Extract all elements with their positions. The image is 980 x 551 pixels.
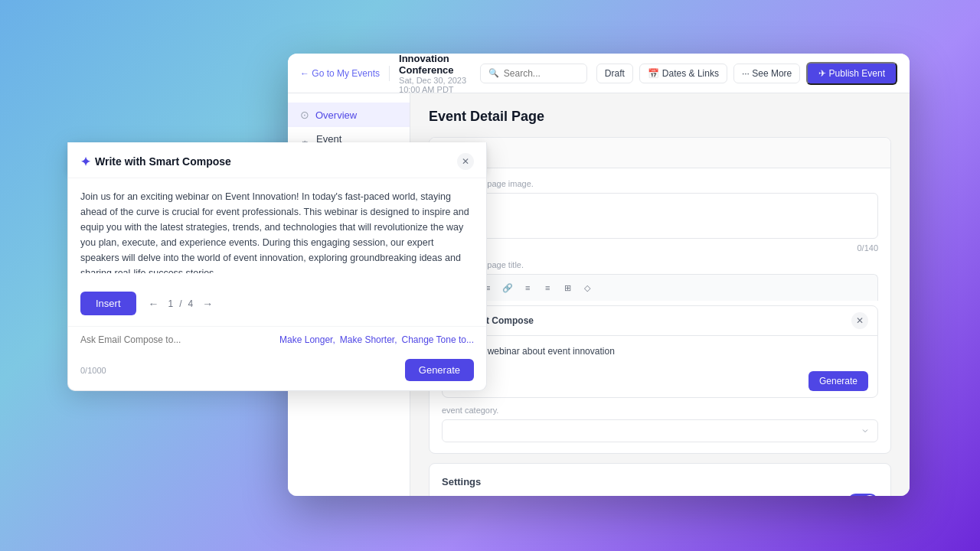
event-title: Innovation Conference (399, 54, 471, 76)
see-more-button[interactable]: ··· See More (733, 64, 800, 83)
draft-button[interactable]: Draft (596, 64, 633, 83)
smart-compose-title-text: Write with Smart Compose (95, 155, 231, 168)
title-field-label: event detail page title. (442, 260, 878, 269)
calendar-icon: 📅 (648, 68, 659, 79)
mini-more-btn[interactable]: ◇ (579, 279, 596, 296)
settings-title: Settings (442, 476, 878, 487)
header-actions: Draft 📅 Dates & Links ··· See More ✈ Pub… (596, 62, 897, 85)
category-select[interactable] (442, 419, 878, 442)
search-input[interactable] (504, 68, 580, 79)
nav-current: 1 (168, 298, 174, 309)
smart-compose-close-button[interactable]: ✕ (457, 153, 474, 170)
mini-smart-header: ✦ Smart Compose ✕ (443, 306, 877, 336)
smart-compose-actions: Insert ← 1 / 4 → (68, 284, 486, 326)
image-textarea[interactable] (442, 193, 878, 239)
smart-compose-body: Join us for an exciting webinar on Event… (68, 178, 486, 284)
mini-ol-btn[interactable]: ≡ (539, 279, 556, 296)
suggestion-longer[interactable]: Make Longer, (279, 334, 335, 345)
nav-separator: / (179, 298, 181, 309)
page-title: Event Detail Page (429, 109, 891, 125)
sidebar-label-overview: Overview (315, 109, 357, 121)
sidebar-item-overview[interactable]: ⊙ Overview (288, 103, 410, 127)
header-divider (389, 66, 390, 81)
compose-suggestions: Make Longer, Make Shorter, Change Tone t… (279, 334, 474, 345)
prev-button[interactable]: ← (145, 296, 162, 311)
compose-footer-bottom: 0/1000 Generate (68, 353, 486, 390)
mini-smart-close-button[interactable]: ✕ (851, 312, 868, 329)
insert-button[interactable]: Insert (80, 292, 136, 315)
mini-indent-btn[interactable]: ⊞ (559, 279, 576, 296)
image-char-count: 0/140 (442, 243, 878, 253)
search-box[interactable]: 🔍 (480, 64, 587, 83)
smart-compose-modal: ✦ Write with Smart Compose ✕ Join us for… (67, 142, 487, 391)
nav-total: 4 (188, 298, 194, 309)
pagination-nav: ← 1 / 4 → (145, 296, 217, 311)
settings-row-share: Allow event to be shared Enabling this f… (442, 494, 878, 496)
generated-text: Join us for an exciting webinar on Event… (80, 189, 474, 273)
mini-generate-button[interactable]: Generate (808, 371, 868, 391)
event-date: Sat, Dec 30, 2023 10:00 AM PDT (399, 76, 471, 94)
publish-button[interactable]: ✈ Publish Event (806, 62, 897, 85)
settings-text-share: Allow event to be shared Enabling this f… (442, 494, 702, 496)
event-info: Innovation Conference Sat, Dec 30, 2023 … (399, 54, 471, 94)
suggestion-tone[interactable]: Change Tone to... (401, 334, 474, 345)
category-field: event category. (442, 406, 878, 442)
mini-toolbar: 16 ≡ 🔗 ≡ ≡ ⊞ ◇ (442, 274, 878, 301)
ai-star-icon: ✦ (80, 155, 90, 169)
mini-smart-input[interactable] (452, 346, 868, 357)
compose-char-count: 0/1000 (80, 366, 106, 375)
category-label: event category. (442, 406, 878, 415)
compose-input[interactable] (80, 334, 272, 345)
mini-list-btn[interactable]: ≡ (519, 279, 536, 296)
smart-compose-header: ✦ Write with Smart Compose ✕ (68, 142, 486, 178)
dates-links-button[interactable]: 📅 Dates & Links (639, 64, 727, 83)
content-section: Content event detail page image. 0/140 e… (429, 137, 891, 454)
next-button[interactable]: → (199, 296, 216, 311)
content-header: Content (430, 138, 890, 168)
smart-compose-title: ✦ Write with Smart Compose (80, 155, 457, 169)
title-field-section: event detail page title. 16 ≡ 🔗 ≡ ≡ ⊞ ◇ (442, 260, 878, 398)
share-toggle[interactable] (848, 494, 878, 496)
generate-button[interactable]: Generate (405, 359, 474, 381)
overview-icon: ⊙ (300, 109, 309, 121)
suggestion-shorter[interactable]: Make Shorter, (340, 334, 397, 345)
image-field-label: event detail page image. (442, 179, 878, 188)
smart-compose-footer: Make Longer, Make Shorter, Change Tone t… (68, 326, 486, 353)
mini-smart-body (443, 336, 877, 365)
mini-smart-compose: ✦ Smart Compose ✕ Generate (442, 305, 878, 398)
app-header: ← Go to My Events Innovation Conference … (288, 54, 910, 93)
settings-section: Settings Allow event to be shared Enabli… (429, 463, 891, 496)
search-icon: 🔍 (488, 68, 499, 78)
settings-share-title: Allow event to be shared (442, 494, 702, 496)
content-body: event detail page image. 0/140 event det… (430, 168, 890, 453)
mini-link-btn[interactable]: 🔗 (499, 279, 516, 296)
back-link[interactable]: ← Go to My Events (300, 68, 380, 79)
mini-smart-footer: Generate (443, 365, 877, 397)
